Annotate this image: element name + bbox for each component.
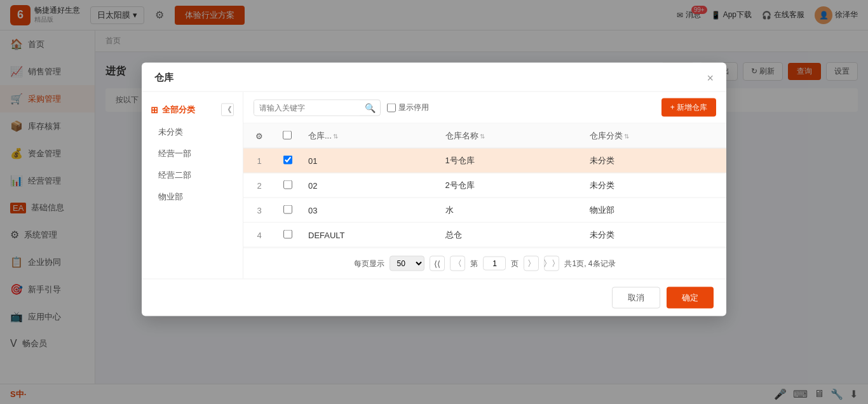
row-code: 02 (301, 173, 438, 198)
row-code: 03 (301, 198, 438, 222)
row-checkbox[interactable] (275, 222, 301, 247)
warehouse-table-wrap: ⚙ 仓库...⇅ 仓库名称⇅ 仓库分类⇅ 1 01 1号仓库 未分类 2 (243, 124, 726, 248)
row-name: 总仓 (438, 222, 582, 247)
total-info: 共1页, 4条记录 (564, 258, 615, 269)
search-icon[interactable]: 🔍 (360, 102, 381, 112)
row-checkbox[interactable] (275, 148, 301, 173)
row-category: 未分类 (582, 173, 726, 198)
category-item-ops1[interactable]: 经营一部 (142, 143, 243, 165)
th-code: 仓库...⇅ (301, 124, 438, 149)
modal-title: 仓库 (154, 72, 173, 84)
modal-close-button[interactable]: × (707, 72, 714, 83)
row-category: 物业部 (582, 198, 726, 222)
confirm-button[interactable]: 确定 (667, 287, 714, 309)
table-row[interactable]: 4 DEFAULT 总仓 未分类 (243, 222, 726, 247)
modal-sidebar: ⊞ 全部分类 《 未分类 经营一部 经营二部 物业部 (142, 92, 243, 279)
prev-page-button[interactable]: 〈 (450, 256, 465, 271)
row-code: DEFAULT (301, 222, 438, 247)
row-checkbox[interactable] (275, 198, 301, 222)
per-page-select[interactable]: 50 10 20 100 (390, 256, 424, 271)
table-header-row: ⚙ 仓库...⇅ 仓库名称⇅ 仓库分类⇅ (243, 124, 726, 149)
last-page-button[interactable]: 〉〉 (544, 256, 559, 271)
row-name: 2号仓库 (438, 173, 582, 198)
table-row[interactable]: 1 01 1号仓库 未分类 (243, 148, 726, 173)
grid-icon: ⊞ (151, 105, 158, 115)
row-code: 01 (301, 148, 438, 173)
th-settings: ⚙ (243, 124, 275, 149)
next-page-button[interactable]: 〉 (524, 256, 539, 271)
row-index: 4 (243, 222, 275, 247)
table-row[interactable]: 2 02 2号仓库 未分类 (243, 173, 726, 198)
modal-footer: 取消 确定 (142, 279, 726, 316)
show-disabled-checkbox[interactable] (387, 103, 396, 112)
row-index: 3 (243, 198, 275, 222)
category-header[interactable]: ⊞ 全部分类 《 (142, 98, 243, 121)
category-item-property[interactable]: 物业部 (142, 186, 243, 208)
collapse-button[interactable]: 《 (221, 104, 234, 116)
modal-main: 🔍 显示停用 + 新增仓库 ⚙ 仓库...⇅ 仓库名称⇅ (243, 92, 726, 279)
category-item-ops2[interactable]: 经营二部 (142, 165, 243, 186)
row-name: 水 (438, 198, 582, 222)
row-category: 未分类 (582, 222, 726, 247)
warehouse-table: ⚙ 仓库...⇅ 仓库名称⇅ 仓库分类⇅ 1 01 1号仓库 未分类 2 (243, 124, 726, 248)
modal-body: ⊞ 全部分类 《 未分类 经营一部 经营二部 物业部 🔍 显示停用 (142, 92, 726, 279)
row-index: 2 (243, 173, 275, 198)
modal-pagination: 每页显示 50 10 20 100 ⟨⟨ 〈 第 页 〉 〉〉 共1页, 4条记… (243, 248, 726, 279)
th-checkbox (275, 124, 301, 149)
page-number-input[interactable] (483, 257, 506, 271)
row-category: 未分类 (582, 148, 726, 173)
table-row[interactable]: 3 03 水 物业部 (243, 198, 726, 222)
cancel-button[interactable]: 取消 (612, 287, 660, 309)
th-name: 仓库名称⇅ (438, 124, 582, 149)
category-item-uncategorized[interactable]: 未分类 (142, 121, 243, 143)
search-input[interactable] (254, 100, 360, 115)
modal-toolbar: 🔍 显示停用 + 新增仓库 (243, 92, 726, 124)
row-index: 1 (243, 148, 275, 173)
show-disabled-wrap: 显示停用 (387, 102, 429, 113)
modal-header: 仓库 × (142, 63, 726, 92)
first-page-button[interactable]: ⟨⟨ (430, 256, 445, 271)
warehouse-modal: 仓库 × ⊞ 全部分类 《 未分类 经营一部 经营二部 物业部 🔍 (142, 63, 726, 316)
select-all-checkbox[interactable] (283, 130, 292, 139)
th-category: 仓库分类⇅ (582, 124, 726, 149)
search-input-wrap: 🔍 (254, 99, 381, 116)
row-checkbox[interactable] (275, 173, 301, 198)
add-warehouse-button[interactable]: + 新增仓库 (661, 98, 716, 117)
row-name: 1号仓库 (438, 148, 582, 173)
